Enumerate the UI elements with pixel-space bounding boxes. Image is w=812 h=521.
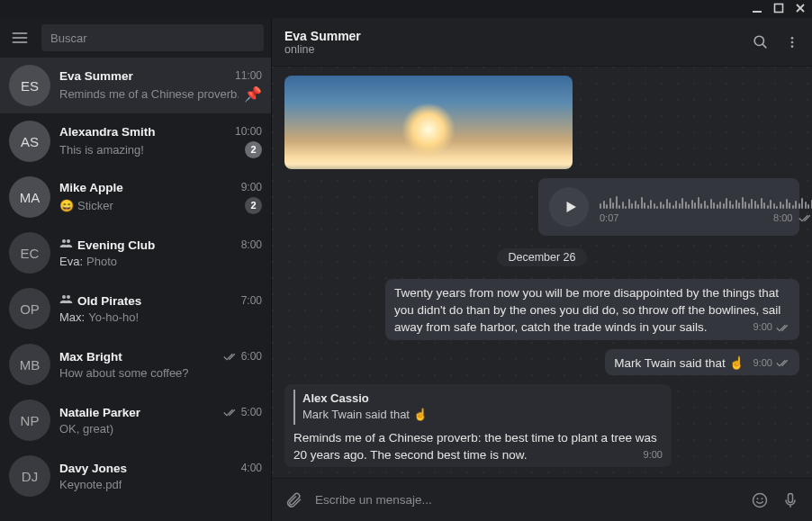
search-chat-button[interactable] <box>752 33 769 50</box>
reply-block[interactable]: Alex Cassio Mark Twain said that ☝️ <box>293 390 663 425</box>
svg-point-12 <box>762 498 763 499</box>
chat-time: 4:00 <box>241 462 262 474</box>
attach-button[interactable] <box>284 491 302 509</box>
message-text: Twenty years from now you will be more d… <box>394 286 780 334</box>
preview-text: Photo <box>86 255 117 268</box>
reply-text: Mark Twain said that ☝️ <box>302 407 663 423</box>
chat-name-text: Evening Club <box>77 238 155 252</box>
chat-time: 8:00 <box>241 238 262 251</box>
minimize-button[interactable] <box>751 2 763 14</box>
svg-point-5 <box>67 295 70 299</box>
message-bubble-image[interactable]: Nearly missed this sunrise 7:00 <box>284 76 573 169</box>
svg-rect-0 <box>753 11 762 13</box>
maximize-button[interactable] <box>772 2 785 14</box>
preview-sender: Eva: <box>59 255 83 268</box>
more-options-button[interactable] <box>785 35 799 49</box>
read-checks-icon <box>776 323 790 333</box>
preview-text: Sticker <box>77 199 113 212</box>
unread-badge: 2 <box>245 141 262 158</box>
menu-button[interactable] <box>7 25 32 50</box>
svg-point-9 <box>791 45 794 48</box>
message-time: 9:00 <box>753 320 772 335</box>
chat-time: 6:00 <box>241 350 262 363</box>
message-time: 9:00 <box>644 448 663 463</box>
avatar: MA <box>9 176 50 218</box>
chat-list-item[interactable]: MAMike Apple9:00😄Sticker2 <box>0 169 271 225</box>
messages-area[interactable]: Nearly missed this sunrise 7:00 0:07 8:0… <box>272 67 812 521</box>
chat-time: 11:00 <box>235 69 262 82</box>
read-checks-icon <box>798 213 813 223</box>
chat-name-text: Eva Summer <box>59 69 133 83</box>
message-bubble[interactable]: Twenty years from now you will be more d… <box>385 279 799 339</box>
chat-time: 5:00 <box>241 406 262 418</box>
read-checks-icon <box>223 352 238 362</box>
date-divider: December 26 <box>497 248 586 266</box>
chat-time: 7:00 <box>241 294 262 307</box>
preview-text: Keynote.pdf <box>59 478 122 491</box>
message-input[interactable] <box>315 493 738 507</box>
chat-list-item[interactable]: DJDavy Jones4:00Keynote.pdf <box>0 448 271 504</box>
message-text: Mark Twain said that ☝️ <box>614 356 744 370</box>
close-button[interactable] <box>794 2 807 14</box>
svg-point-7 <box>791 37 794 40</box>
message-bubble-voice[interactable]: 0:07 8:00 <box>538 178 799 236</box>
message-bubble-reply[interactable]: Alex Cassio Mark Twain said that ☝️ Remi… <box>284 384 672 467</box>
pin-icon: 📌 <box>244 86 262 102</box>
svg-point-2 <box>62 239 66 243</box>
preview-emoji: 😄 <box>59 199 74 212</box>
chat-header: Eva Summer online <box>272 18 812 67</box>
image-content[interactable] <box>284 76 573 169</box>
svg-rect-13 <box>789 493 793 502</box>
preview-text: Yo-ho-ho! <box>88 310 139 324</box>
voice-record-button[interactable] <box>781 491 799 509</box>
emoji-button[interactable] <box>751 491 769 509</box>
message-bubble[interactable]: Mark Twain said that ☝️ 9:00 <box>605 349 799 375</box>
avatar: NP <box>9 400 50 441</box>
chat-name-text: Max Bright <box>59 350 122 364</box>
read-checks-icon <box>776 358 790 368</box>
avatar: DJ <box>9 455 50 497</box>
sidebar: ESEva Summer11:00Reminds me of a Chinese… <box>0 18 272 521</box>
chat-list-item[interactable]: ESEva Summer11:00Reminds me of a Chinese… <box>0 58 271 113</box>
svg-point-3 <box>67 239 70 243</box>
read-checks-icon <box>223 408 238 418</box>
message-time: 9:00 <box>753 356 772 371</box>
preview-text: How about some coffee? <box>59 366 189 380</box>
search-box[interactable] <box>41 24 264 51</box>
voice-duration: 8:00 <box>773 211 792 226</box>
chat-name-text: Natalie Parker <box>59 406 140 419</box>
chat-name-text: Mike Apple <box>59 181 123 194</box>
svg-point-10 <box>753 493 767 507</box>
group-icon <box>59 293 73 308</box>
avatar: MB <box>9 344 50 385</box>
chat-pane: Eva Summer online Nearly missed this sun… <box>272 18 812 521</box>
svg-point-11 <box>757 498 759 499</box>
svg-point-4 <box>62 295 66 299</box>
chat-status: online <box>284 43 752 56</box>
chat-list: ESEva Summer11:00Reminds me of a Chinese… <box>0 58 271 521</box>
avatar: AS <box>9 121 50 162</box>
voice-waveform[interactable] <box>600 189 812 209</box>
chat-list-item[interactable]: OPOld Pirates7:00Max:Yo-ho-ho! <box>0 281 271 337</box>
window-titlebar <box>0 0 812 18</box>
preview-text: This is amazing! <box>59 143 144 157</box>
chat-list-item[interactable]: ASAlexandra Smith10:00This is amazing!2 <box>0 113 271 169</box>
chat-title[interactable]: Eva Summer <box>284 29 752 43</box>
voice-position: 0:07 <box>600 211 618 226</box>
chat-list-item[interactable]: ECEvening Club8:00Eva:Photo <box>0 225 271 281</box>
svg-rect-1 <box>775 4 783 13</box>
search-input[interactable] <box>50 31 255 45</box>
chat-time: 9:00 <box>241 181 262 193</box>
chat-name-text: Old Pirates <box>77 294 141 308</box>
chat-list-item[interactable]: MBMax Bright6:00How about some coffee? <box>0 337 271 392</box>
chat-list-item[interactable]: NPNatalie Parker5:00OK, great) <box>0 392 271 448</box>
preview-sender: Max: <box>59 310 85 324</box>
preview-text: Reminds me of a Chinese proverb... <box>59 87 239 101</box>
avatar: ES <box>9 65 50 106</box>
svg-point-8 <box>791 40 794 43</box>
preview-text: OK, great) <box>59 422 113 436</box>
play-button[interactable] <box>549 187 589 227</box>
composer-bar <box>272 478 812 521</box>
message-text: Reminds me of a Chinese proverb: the bes… <box>293 431 657 462</box>
chat-name-text: Alexandra Smith <box>59 125 156 139</box>
